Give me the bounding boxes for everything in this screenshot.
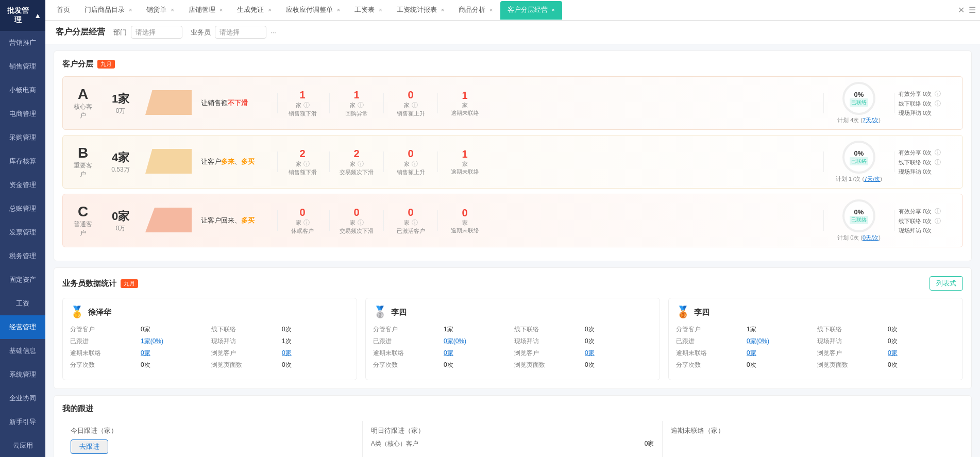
sidebar-item-assets[interactable]: 固定资产 — [0, 268, 45, 292]
sidebar-item-tax[interactable]: 税务管理 — [0, 244, 45, 268]
tier-c-stat-3: 0 家ⓘ 已激活客户 — [390, 207, 431, 235]
tab-store-products[interactable]: 门店商品目录× — [77, 1, 139, 20]
tab-close-ar-adjust[interactable]: × — [337, 7, 340, 13]
sidebar-item-basic[interactable]: 基础信息 — [0, 339, 45, 363]
sidebar-header[interactable]: 批发管理 ▲ — [0, 0, 45, 31]
tab-close-voucher[interactable]: × — [268, 7, 271, 13]
tab-payroll[interactable]: 工资表× — [347, 1, 389, 20]
biz-row-2-4: 分享次数0次 浏览页面数0次 — [373, 361, 652, 369]
tier-c-letter: C — [75, 204, 91, 220]
tab-close-payroll-report[interactable]: × — [441, 7, 444, 13]
page-header: 客户分层经营 部门 请选择 业务员 请选择 ··· — [45, 21, 980, 44]
biz-row-3-1: 分管客户1家 线下联络0次 — [676, 325, 955, 334]
sidebar-item-sales[interactable]: 销售管理 — [0, 55, 45, 78]
tier-b-name: 重要客户 — [73, 161, 93, 179]
sidebar-item-finance[interactable]: 资金管理 — [0, 173, 45, 197]
medal-3-icon: 🥉 — [676, 306, 690, 319]
sidebar-item-inventory[interactable]: 库存核算 — [0, 149, 45, 173]
staff-select[interactable]: 请选择 — [215, 26, 266, 39]
tier-c-count: 0家 0万 — [100, 209, 141, 233]
biz-row-3-3: 逾期未联络0家 浏览客户0家 — [676, 349, 955, 358]
tab-sales-order[interactable]: 销货单× — [139, 1, 181, 20]
medal-1-icon: 🥇 — [70, 306, 84, 319]
biz-row-1-2: 已跟进1家(0%) 现场拜访1次 — [70, 337, 349, 346]
tab-payroll-report[interactable]: 工资统计报表× — [390, 1, 451, 20]
sidebar-title: 批发管理 — [4, 6, 32, 25]
biz-stats-section: 业务员数据统计 九月 列表式 🥇 徐泽华 分管客户0家 线下联络0次 — [54, 267, 972, 389]
biz-cards-grid: 🥇 徐泽华 分管客户0家 线下联络0次 已跟进1家(0%) 现场拜访1次 逾期未… — [62, 298, 963, 380]
sidebar-item-payroll[interactable]: 工资 — [0, 292, 45, 315]
tier-b-stat-3: 0 家ⓘ 销售额上升 — [390, 148, 431, 176]
go-followup-button[interactable]: 去跟进 — [71, 439, 108, 454]
biz-name-2: 李四 — [391, 308, 407, 317]
tier-a-count: 1家 0万 — [100, 91, 141, 115]
sidebar-item-collab[interactable]: 企业协同 — [0, 386, 45, 410]
tab-store-mgmt[interactable]: 店铺管理× — [181, 1, 230, 20]
sidebar-item-ecom[interactable]: 电商管理 — [0, 102, 45, 126]
list-view-button[interactable]: 列表式 — [930, 276, 963, 291]
customer-tier-header: 客户分层 九月 — [62, 59, 963, 69]
tier-c-right-stats: 有效分享 0次ⓘ 线下联络 0次ⓘ 现场拜访 0次 — [899, 207, 955, 234]
followup-today-title: 今日跟进（家） — [71, 426, 354, 435]
staff-filter: 业务员 请选择 ··· — [191, 26, 276, 39]
tab-home[interactable]: 首页 — [49, 1, 77, 20]
followup-overdue-title: 逾期未联络（家） — [671, 426, 955, 435]
tier-a-shape — [145, 90, 197, 116]
tier-a-stat-3: 0 家ⓘ 销售额上升 — [390, 89, 431, 117]
tab-close-store-mgmt[interactable]: × — [219, 7, 223, 13]
content-area: 客户分层经营 部门 请选择 业务员 请选择 ··· 客户分层 九月 — [45, 21, 980, 457]
tab-customer-tier[interactable]: 客户分层经营× — [500, 1, 562, 20]
followup-grid: 今日跟进（家） 去跟进 未联络 已联络 下次时间 1 — [62, 421, 963, 457]
tab-close-product-analysis[interactable]: × — [489, 7, 493, 13]
tab-product-analysis[interactable]: 商品分析× — [451, 1, 500, 20]
dept-select[interactable]: 请选择 — [131, 26, 182, 39]
tier-row-b: B 重要客户 4家 0.53万 让客户多来、多买 2 家ⓘ — [62, 135, 963, 189]
sidebar-item-marketing[interactable]: 营销推广 — [0, 31, 45, 55]
page-title: 客户分层经营 — [56, 27, 105, 38]
filter-more-icon[interactable]: ··· — [271, 28, 276, 36]
tier-c-stats: 0 家ⓘ 休眠客户 0 家ⓘ 交易频次下滑 0 家ⓘ 已激活客户 — [282, 207, 819, 235]
tab-close-customer-tier[interactable]: × — [552, 7, 555, 13]
biz-row-1-3: 逾期未联络0家 浏览客户0家 — [70, 349, 349, 358]
sidebar-item-invoice[interactable]: 发票管理 — [0, 221, 45, 244]
biz-row-3-4: 分享次数0次 浏览页面数0次 — [676, 361, 955, 369]
followup-overdue: 逾期未联络（家） — [663, 421, 963, 457]
tier-b-stats: 2 家ⓘ 销售额下滑 2 家ⓘ 交易频次下滑 0 家ⓘ 销售额上升 — [282, 148, 819, 176]
tab-menu-icon[interactable]: ☰ — [969, 5, 976, 15]
followup-a-val: 0家 — [645, 439, 654, 448]
tier-a-stat-4: 1 家 逾期未联络 — [444, 90, 485, 117]
biz-stats-title: 业务员数据统计 — [62, 279, 116, 289]
tab-close-payroll[interactable]: × — [379, 7, 382, 13]
main-area: 首页 门店商品目录× 销货单× 店铺管理× 生成凭证× 应收应付调整单× 工资表… — [45, 0, 980, 457]
tab-bar: 首页 门店商品目录× 销货单× 店铺管理× 生成凭证× 应收应付调整单× 工资表… — [45, 0, 980, 21]
sidebar-item-management[interactable]: 经营管理 — [0, 315, 45, 339]
tab-bar-actions: ✕ ☰ — [958, 5, 976, 15]
biz-card-3: 🥉 李四 分管客户1家 线下联络0次 已跟进0家(0%) 现场拜访0次 逾期未联… — [668, 298, 963, 380]
biz-row-2-1: 分管客户1家 线下联络0次 — [373, 325, 652, 334]
sidebar-item-cloud[interactable]: 云应用 — [0, 434, 45, 457]
tier-c-stat-4: 0 家 逾期未联络 — [444, 207, 485, 234]
biz-row-2-3: 逾期未联络0家 浏览客户0家 — [373, 349, 652, 358]
tier-b-action: 让客户多来、多买 — [201, 157, 273, 166]
customer-tier-section: 客户分层 九月 A 核心客户 1家 0万 让销售额不下滑 — [54, 50, 972, 261]
tier-b-count: 4家 0.53万 — [100, 150, 141, 174]
sidebar-item-ecom-small[interactable]: 小畅电商 — [0, 78, 45, 102]
tab-close-sales-order[interactable]: × — [171, 7, 174, 13]
biz-card-1: 🥇 徐泽华 分管客户0家 线下联络0次 已跟进1家(0%) 现场拜访1次 逾期未… — [62, 298, 357, 380]
tab-ar-adjust[interactable]: 应收应付调整单× — [279, 1, 347, 20]
sidebar-item-system[interactable]: 系统管理 — [0, 363, 45, 386]
followup-a-label: A类（核心）客户 — [371, 439, 418, 448]
followup-tomorrow-title: 明日待跟进（家） — [371, 426, 654, 435]
tab-close-icon[interactable]: ✕ — [958, 5, 965, 15]
tier-a-action: 让销售额不下滑 — [201, 98, 273, 108]
sidebar-expand-icon: ▲ — [34, 11, 41, 20]
tab-close-store-products[interactable]: × — [129, 7, 132, 13]
dept-filter: 部门 请选择 — [113, 26, 182, 39]
sidebar-item-guide[interactable]: 新手引导 — [0, 410, 45, 434]
sidebar-item-purchase[interactable]: 采购管理 — [0, 126, 45, 149]
tab-voucher[interactable]: 生成凭证× — [230, 1, 278, 20]
biz-name-1: 徐泽华 — [88, 308, 111, 317]
tier-c-action: 让客户回来、多买 — [201, 216, 273, 225]
sidebar-item-ledger[interactable]: 总账管理 — [0, 197, 45, 221]
tier-b-letter: B — [75, 145, 91, 161]
